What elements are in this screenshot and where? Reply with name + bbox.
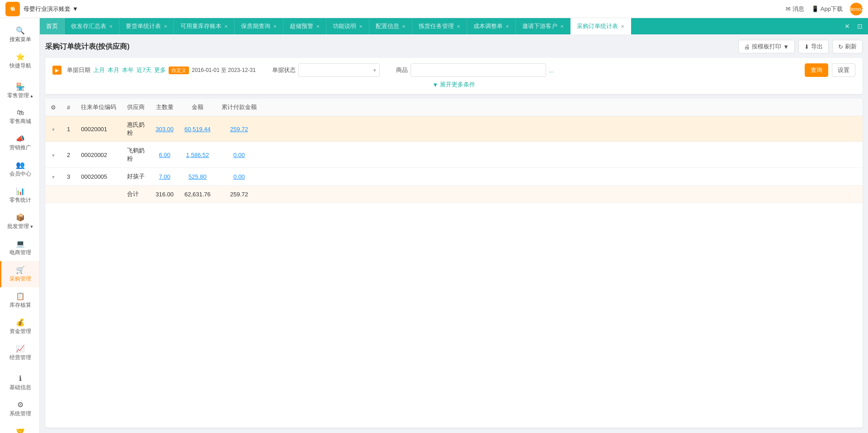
sidebar-item-member[interactable]: 👥 会员中心 (0, 156, 39, 182)
sidebar-item-operation[interactable]: 📈 经营管理 (0, 340, 39, 366)
row-extra (262, 168, 863, 186)
workspace-dropdown-icon: ▼ (72, 5, 78, 12)
user-info[interactable]: demo2 (850, 3, 863, 15)
date-shortcuts: 上月 本月 本年 近7天 更多 (93, 66, 166, 74)
tab-maximize-button[interactable]: ⊡ (855, 21, 864, 32)
tab-close-order-stats[interactable]: ✕ (164, 24, 167, 29)
tab-available-stock[interactable]: 可用量库存账本 ✕ (174, 18, 235, 34)
goods-more-button[interactable]: ... (549, 67, 554, 74)
tab-close-all-button[interactable]: ✕ (843, 21, 852, 32)
export-button[interactable]: ⬇ 导出 (798, 40, 829, 53)
row-paid-amount[interactable]: 259.72 (216, 116, 262, 142)
date-shortcut-this-month[interactable]: 本月 (108, 66, 119, 74)
sidebar-item-purchase[interactable]: 🛒 采购管理 (0, 261, 39, 287)
filter-toggle-button[interactable]: ▶ (52, 66, 61, 75)
sidebar-item-quick-nav[interactable]: ⭐ 快捷导航 (0, 48, 39, 74)
tab-home[interactable]: 首页 (40, 18, 65, 34)
date-shortcut-this-year[interactable]: 本年 (122, 66, 134, 74)
goods-input[interactable] (410, 63, 546, 77)
sidebar-item-wholesale[interactable]: 📦 批发管理 ▼ (0, 209, 39, 235)
date-shortcut-more[interactable]: 更多 (154, 66, 166, 74)
date-shortcut-7days[interactable]: 近7天 (137, 66, 151, 74)
table-container: ⚙ # 往来单位编码 供应商 主数量 金额 累计付款金额 ▼ 1 (45, 99, 863, 428)
settings-button[interactable]: 设置 (832, 63, 855, 77)
table-header-row: ⚙ # 往来单位编码 供应商 主数量 金额 累计付款金额 (45, 99, 863, 116)
tab-function-desc[interactable]: 功能说明 ✕ (326, 18, 369, 34)
expand-more-button[interactable]: ▼ 展开更多条件 (433, 81, 476, 89)
filter-date-item: 单据日期 上月 本月 本年 近7天 更多 自定义 2016-01-01 至 20… (67, 66, 256, 74)
expand-icon: ▼ (433, 81, 439, 88)
date-custom-badge[interactable]: 自定义 (169, 67, 189, 74)
row-quantity[interactable]: 6.00 (150, 142, 179, 168)
tab-close-available-stock[interactable]: ✕ (224, 24, 228, 29)
query-button[interactable]: 查询 (805, 63, 828, 77)
sidebar-item-retail[interactable]: 🏪 零售管理 ▲ (0, 78, 39, 104)
tab-invite-downstream[interactable]: 邀请下游客户 ✕ (516, 18, 571, 34)
date-shortcut-last-month[interactable]: 上月 (93, 66, 105, 74)
status-select[interactable] (298, 63, 380, 77)
table-row: ▼ 1 00020001 惠氏奶粉 303.00 60,519.44 259.7… (45, 116, 863, 142)
row-quantity[interactable]: 303.00 (150, 116, 179, 142)
tab-close-function-desc[interactable]: ✕ (359, 24, 363, 29)
member-icon: 👥 (16, 161, 25, 169)
tab-close-purchase-order-stats[interactable]: ✕ (621, 24, 624, 29)
tab-close-invite-downstream[interactable]: ✕ (560, 24, 564, 29)
tab-close-expiry-query[interactable]: ✕ (273, 24, 277, 29)
row-supplier-code: 00020005 (75, 168, 122, 186)
th-settings[interactable]: ⚙ (45, 99, 61, 116)
top-bar-left: 畅 母婴行业演示账套 ▼ (5, 2, 78, 16)
star-icon: ⭐ (16, 52, 25, 61)
tab-config-info[interactable]: 配置信息 ✕ (369, 18, 412, 34)
workspace-selector[interactable]: 母婴行业演示账套 ▼ (24, 5, 78, 13)
tab-close-pick-task[interactable]: ✕ (457, 24, 460, 29)
operation-icon: 📈 (16, 344, 25, 353)
sidebar-item-finance[interactable]: 💰 资金管理 (0, 314, 39, 340)
tab-cost-adjust[interactable]: 成本调整单 ✕ (467, 18, 516, 34)
row-supplier-name: 好孩子 (122, 168, 150, 186)
sidebar-item-search[interactable]: 🔍 搜索菜单 (0, 22, 39, 48)
row-amount[interactable]: 60,519.44 (179, 116, 216, 142)
row-paid-amount[interactable]: 0.00 (216, 142, 262, 168)
row-arrow[interactable]: ▼ (45, 142, 61, 168)
th-supplier-code: 往来单位编码 (75, 99, 122, 116)
sidebar-item-retail-store[interactable]: 🛍 零售商城 (0, 104, 39, 130)
purchase-icon: 🛒 (16, 266, 25, 274)
message-icon: ✉ (786, 5, 791, 12)
filter-goods-item: 商品 ... (396, 63, 554, 77)
tab-close-config-info[interactable]: ✕ (402, 24, 406, 29)
message-link[interactable]: ✉ 消息 (786, 5, 804, 13)
row-amount[interactable]: 525.80 (179, 168, 216, 186)
sidebar-item-retail-stats[interactable]: 📊 零售统计 (0, 182, 39, 209)
tab-close-overstock-alert[interactable]: ✕ (316, 24, 320, 29)
row-paid-amount[interactable]: 0.00 (216, 168, 262, 186)
tab-pick-task[interactable]: 拣货任务管理 ✕ (412, 18, 467, 34)
row-extra (262, 142, 863, 168)
row-arrow[interactable]: ▼ (45, 168, 61, 186)
print-template-button[interactable]: 🖨 按模板打印 ▼ (738, 40, 795, 53)
tab-receive-summary[interactable]: 收发存汇总表 ✕ (65, 18, 119, 34)
tab-order-stats[interactable]: 要货单统计表 ✕ (119, 18, 174, 34)
row-amount[interactable]: 1,586.52 (179, 142, 216, 168)
row-arrow[interactable]: ▼ (45, 116, 61, 142)
table-footer-row: 合计 316.00 62,631.76 259.72 (45, 186, 863, 203)
sidebar-item-basic[interactable]: ℹ 基础信息 (0, 370, 39, 396)
row-quantity[interactable]: 7.00 (150, 168, 179, 186)
sidebar-item-enterprise[interactable]: 🤝 企业协同 (0, 422, 39, 433)
tab-close-receive-summary[interactable]: ✕ (109, 24, 113, 29)
refresh-button[interactable]: ↻ 刷新 (832, 40, 863, 53)
table-row: ▼ 2 00020002 飞鹤奶粉 6.00 1,586.52 0.00 (45, 142, 863, 168)
sidebar-item-marketing[interactable]: 📣 营销推广 (0, 130, 39, 156)
main-layout: 🔍 搜索菜单 ⭐ 快捷导航 🏪 零售管理 ▲ 🛍 零售商城 📣 营销推广 👥 会… (0, 18, 868, 433)
tab-expiry-query[interactable]: 保质期查询 ✕ (235, 18, 283, 34)
tab-close-cost-adjust[interactable]: ✕ (505, 24, 509, 29)
tab-overstock-alert[interactable]: 超储预警 ✕ (283, 18, 326, 34)
row-supplier-name: 飞鹤奶粉 (122, 142, 150, 168)
sidebar-item-system[interactable]: ⚙ 系统管理 (0, 396, 39, 422)
top-bar-right: ✉ 消息 📱 App下载 demo2 (786, 3, 863, 15)
tab-purchase-order-stats[interactable]: 采购订单统计表 ✕ (571, 18, 631, 34)
sidebar-item-ecommerce[interactable]: 💻 电商管理 (0, 235, 39, 261)
sidebar-item-inventory[interactable]: 📋 库存核算 (0, 287, 39, 314)
app-download-link[interactable]: 📱 App下载 (811, 5, 843, 13)
basic-icon: ℹ (19, 374, 22, 383)
footer-amount: 62,631.76 (179, 186, 216, 203)
